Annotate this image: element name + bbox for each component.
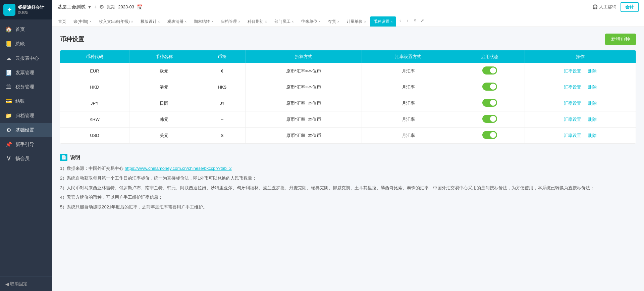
tab-next-btn[interactable]: › xyxy=(404,17,411,24)
tab-template[interactable]: 模版设计 × xyxy=(137,16,163,27)
tab-close-icon[interactable]: × xyxy=(391,20,393,23)
sidebar-item-home[interactable]: 🏠 首页 xyxy=(0,22,52,37)
new-currency-button[interactable]: 新增币种 xyxy=(605,34,636,45)
sidebar-item-archive[interactable]: 📁 归档管理 xyxy=(0,108,52,123)
sidebar-item-tax[interactable]: 🏛 税务管理 xyxy=(0,80,52,94)
tab-expand-btn[interactable]: ⤢ xyxy=(419,17,426,24)
cell-actions: 汇率设置 删除 xyxy=(525,95,636,111)
tab-close-icon[interactable]: × xyxy=(90,20,92,23)
cell-calc: 原币*汇率=本位币 xyxy=(245,128,362,144)
dropdown-icon[interactable]: ▾ xyxy=(88,4,91,10)
delete-btn[interactable]: 删除 xyxy=(588,117,597,122)
tab-yearend[interactable]: 期末结转 × xyxy=(191,16,217,27)
tab-close-icon[interactable]: × xyxy=(364,20,366,23)
header-left: 基层工会测试 ▾ + ⚙ 账期 2023-03 📅 xyxy=(57,4,143,10)
cell-name: 港元 xyxy=(129,79,199,95)
tab-prev-btn[interactable]: ‹ xyxy=(397,17,404,24)
status-toggle[interactable] xyxy=(482,83,497,91)
sidebar-item-label: 发票管理 xyxy=(15,70,34,76)
tab-subjects[interactable]: 科目期初 × xyxy=(244,16,270,27)
cell-actions: 汇率设置 删除 xyxy=(525,79,636,95)
tab-label: 税表清册 xyxy=(167,19,183,25)
add-tab-btn[interactable]: + xyxy=(94,4,97,10)
sidebar-item-ledger[interactable]: 📒 总账 xyxy=(0,37,52,51)
delete-btn[interactable]: 删除 xyxy=(588,101,597,106)
delete-btn[interactable]: 删除 xyxy=(588,68,597,74)
table-row: USD 美元 $ 原币*汇率=本位币 月汇率 汇率设置 删除 xyxy=(60,128,636,144)
status-toggle[interactable] xyxy=(482,99,497,107)
note-item: 5）系统只能自动抓取2021年度后的汇率，之前年度汇率需要用户手工维护。 xyxy=(60,204,636,211)
tab-report[interactable]: 收入支出表(年报) × xyxy=(96,16,137,27)
sidebar-nav: 🏠 首页 📒 总账 ☁ 云报表中心 🧾 发票管理 🏛 税务管理 💳 结账 📁 归… xyxy=(0,19,52,277)
help-button[interactable]: 🎧 人工咨询 xyxy=(592,4,616,10)
sidebar-item-guide[interactable]: 📌 新手引导 xyxy=(0,137,52,152)
sidebar-item-label: 云报表中心 xyxy=(15,55,39,61)
sidebar-item-invoice[interactable]: 🧾 发票管理 xyxy=(0,65,52,80)
tab-taxform[interactable]: 税表清册 × xyxy=(164,16,190,27)
status-toggle[interactable] xyxy=(482,66,497,75)
sidebar-item-reports[interactable]: ☁ 云报表中心 xyxy=(0,51,52,65)
tab-close-icon[interactable]: × xyxy=(337,20,339,23)
table-row: KRW 韩元 -- 原币*汇率=本位币 月汇率 汇率设置 删除 xyxy=(60,111,636,128)
tab-close-icon[interactable]: × xyxy=(131,20,133,23)
cell-actions: 汇率设置 删除 xyxy=(525,63,636,79)
cell-name: 日圆 xyxy=(129,95,199,111)
tab-close-icon[interactable]: × xyxy=(292,20,294,23)
tab-inventory[interactable]: 存货 × xyxy=(325,16,343,27)
sidebar-item-member[interactable]: V 畅会员 xyxy=(0,152,52,166)
cell-code: HKD xyxy=(60,79,129,95)
rate-settings-btn[interactable]: 汇率设置 xyxy=(564,133,581,138)
tab-close-all-btn[interactable]: × xyxy=(412,17,418,24)
tab-close-icon[interactable]: × xyxy=(319,20,321,23)
rate-settings-btn[interactable]: 汇率设置 xyxy=(564,101,581,106)
sidebar: ✦ 畅捷通好会计 旗舰版 🏠 首页 📒 总账 ☁ 云报表中心 🧾 发票管理 🏛 … xyxy=(0,0,52,291)
sidebar-item-label: 新手引导 xyxy=(15,142,34,148)
delete-btn[interactable]: 删除 xyxy=(588,85,597,90)
rate-settings-btn[interactable]: 汇率设置 xyxy=(564,117,581,122)
calendar-icon[interactable]: 📅 xyxy=(137,4,143,10)
account-button[interactable]: 会计 xyxy=(621,2,639,12)
rate-settings-btn[interactable]: 汇率设置 xyxy=(564,85,581,90)
rate-settings-btn[interactable]: 汇率设置 xyxy=(564,68,581,74)
tab-period[interactable]: 账(中期) × xyxy=(70,16,95,27)
tab-currency[interactable]: 币种设置 × xyxy=(370,16,396,27)
cell-calc: 原币*汇率=本位币 xyxy=(245,63,362,79)
notes-icon: 📄 xyxy=(60,154,67,161)
tab-home[interactable]: 首页 xyxy=(55,16,69,27)
sidebar-item-label: 畅会员 xyxy=(15,156,30,162)
note-item: 2）系统自动获取每月第一个工作日的汇率标价，统一为直接标价法，即1外币可以兑换的… xyxy=(60,175,636,182)
invoice-icon: 🧾 xyxy=(5,69,12,76)
tab-close-icon[interactable]: × xyxy=(211,20,213,23)
cell-symbol: HK$ xyxy=(199,79,245,95)
cell-actions: 汇率设置 删除 xyxy=(525,128,636,144)
settings-gear-icon[interactable]: ⚙ xyxy=(99,4,104,10)
tab-close-icon[interactable]: × xyxy=(185,20,187,23)
sidebar-item-checkout[interactable]: 💳 结账 xyxy=(0,94,52,108)
cell-actions: 汇率设置 删除 xyxy=(525,111,636,128)
sidebar-pin-toggle[interactable]: ◀ 取消固定 xyxy=(0,277,52,291)
col-name: 币种名称 xyxy=(129,50,199,63)
tab-contacts[interactable]: 往来单位 × xyxy=(298,16,324,27)
tab-label: 账(中期) xyxy=(73,19,88,25)
settings-icon: ⚙ xyxy=(5,127,12,133)
tab-label: 计量单位 xyxy=(346,19,363,25)
status-toggle[interactable] xyxy=(482,131,497,139)
help-label: 人工咨询 xyxy=(599,4,616,10)
sidebar-item-label: 归档管理 xyxy=(15,113,34,119)
sidebar-item-settings[interactable]: ⚙ 基础设置 xyxy=(0,123,52,137)
status-toggle[interactable] xyxy=(482,115,497,123)
tab-employees[interactable]: 部门员工 × xyxy=(271,16,297,27)
note-item: 3）人民币对马来西亚林吉特、俄罗斯卢布、南非兰特、韩元、阿联酋迪拉姆、沙特里亚尔… xyxy=(60,185,636,192)
tab-units[interactable]: 计量单位 × xyxy=(343,16,369,27)
notes-link[interactable]: https://www.chinamoney.com.cn/chinese/bk… xyxy=(125,166,232,171)
headset-icon: 🎧 xyxy=(592,4,598,9)
pin-icon: ◀ xyxy=(5,282,9,287)
tab-close-icon[interactable]: × xyxy=(238,20,240,23)
tab-close-icon[interactable]: × xyxy=(158,20,160,23)
tab-close-icon[interactable]: × xyxy=(265,20,267,23)
cell-symbol: J¥ xyxy=(199,95,245,111)
delete-btn[interactable]: 删除 xyxy=(588,133,597,138)
page-title: 币种设置 xyxy=(60,35,84,43)
cell-name: 韩元 xyxy=(129,111,199,128)
tab-archive[interactable]: 归档管理 × xyxy=(217,16,244,27)
